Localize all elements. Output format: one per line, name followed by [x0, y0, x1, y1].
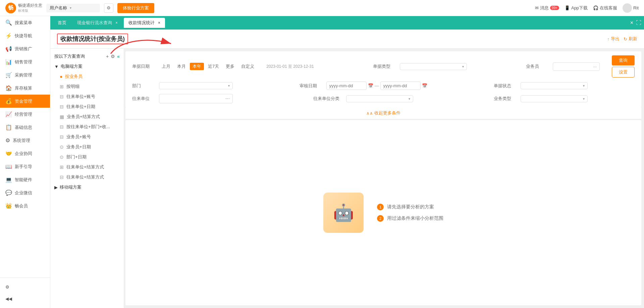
- sidebar-item-basic[interactable]: 📋 基础信息: [0, 121, 50, 134]
- tab-close-bank[interactable]: ×: [115, 20, 118, 25]
- scheme-add-button[interactable]: +: [106, 54, 109, 59]
- dept-select[interactable]: ▾: [159, 82, 233, 89]
- salesman-select[interactable]: ···: [553, 62, 600, 71]
- dept-chevron: ▾: [228, 84, 230, 88]
- date-tab-more[interactable]: 更多: [223, 63, 237, 70]
- scheme-item-label-0: 按业务员: [65, 73, 83, 80]
- logo-icon: 畅: [5, 3, 16, 13]
- sidebar-label-quicknav: 快捷导航: [15, 33, 32, 39]
- scheme-item-unit-payment1[interactable]: ⊞ 往来单位+结算方式: [50, 162, 124, 172]
- scheme-item-icon-2: ⊟: [60, 94, 64, 99]
- avatar: [623, 3, 632, 13]
- filter-row-1: 单据日期 上月 本月 本年 近7天 更多 自定义 2023-01-01: [132, 55, 635, 78]
- logo-text: 畅捷通好生意: [18, 3, 42, 8]
- scheme-item-label-3: 往来单位+日期: [66, 104, 95, 110]
- sidebar-label-inventory: 库存核算: [15, 85, 32, 91]
- scheme-item-salesman-payment[interactable]: ▦ 业务员+结算方式: [50, 112, 124, 122]
- sidebar-item-hardware[interactable]: 💻 智能硬件: [0, 173, 50, 186]
- salesman-more-dots[interactable]: ···: [593, 64, 597, 69]
- sidebar-item-search[interactable]: 🔍 搜索菜单: [0, 16, 50, 29]
- sidebar-item-sales[interactable]: 📊 销售管理: [0, 55, 50, 68]
- sidebar-item-quicknav[interactable]: ⚡ 快捷导航: [0, 29, 50, 42]
- download-icon: 📱: [565, 5, 570, 10]
- settings-button[interactable]: ⚙: [104, 3, 113, 13]
- refresh-button[interactable]: ↻ 刷新: [624, 36, 637, 42]
- scheme-setting-button[interactable]: ⚙: [111, 54, 115, 59]
- business-type-select[interactable]: ▾: [521, 95, 588, 102]
- calendar-to-icon[interactable]: 📅: [422, 83, 427, 88]
- tab-bank-flow[interactable]: 现金银行流水查询 ×: [72, 18, 122, 28]
- date-tab-this-month[interactable]: 本月: [174, 63, 189, 70]
- breadcrumb[interactable]: 用户名称 ▾: [46, 4, 100, 12]
- scheme-group-mobile[interactable]: ▶ 移动端方案: [50, 182, 124, 192]
- scheme-item-label-5: 按往来单位+部门+收...: [66, 124, 110, 130]
- scheme-item-by-salesman[interactable]: ● 按业务员: [50, 71, 124, 82]
- sidebar-item-guide[interactable]: 📖 新手引导: [0, 160, 50, 173]
- system-icon: ⚙: [5, 137, 10, 144]
- sidebar-settings-btn[interactable]: ⚙: [0, 281, 50, 293]
- scheme-collapse-button[interactable]: «: [117, 54, 120, 59]
- calendar-from-icon[interactable]: 📅: [368, 83, 373, 88]
- tab-close-receipt[interactable]: ×: [158, 20, 160, 25]
- sidebar-label-hardware: 智能硬件: [15, 177, 32, 183]
- scheme-item-salesman-account[interactable]: ⊟ 业务员+账号: [50, 132, 124, 142]
- empty-step-1: 1 请先选择要分析的方案: [377, 204, 443, 210]
- date-tab-7days[interactable]: 近7天: [205, 63, 222, 70]
- sidebar-label-purchase: 采购管理: [15, 72, 32, 78]
- set-button[interactable]: 设置: [612, 67, 635, 78]
- scheme-item-dept-date[interactable]: ⊙ 部门+日期: [50, 152, 124, 162]
- funds-icon: 💰: [5, 98, 12, 104]
- scheme-group-desktop[interactable]: ▼ 电脑端方案: [50, 61, 124, 71]
- trial-button[interactable]: 体验行业方案: [117, 3, 154, 13]
- voucher-status-select[interactable]: ▾: [521, 82, 588, 89]
- tab-maximize-icon[interactable]: ⛶: [636, 20, 641, 26]
- filter-panel: 单据日期 上月 本月 本年 近7天 更多 自定义 2023-01-01: [125, 51, 641, 107]
- message-button[interactable]: ✉ 消息 99+: [535, 5, 559, 11]
- search-icon: 🔍: [5, 19, 12, 26]
- tab-close-all-icon[interactable]: ×: [630, 20, 633, 26]
- purchase-icon: 🛒: [5, 72, 12, 78]
- scheme-item-unit-account[interactable]: ⊟ 往来单位+账号: [50, 92, 124, 102]
- app-download-button[interactable]: 📱 App下载: [565, 5, 588, 11]
- chevron-down-icon: ▾: [70, 6, 71, 10]
- counterpart-more-dots[interactable]: ···: [225, 96, 230, 102]
- sidebar-item-marketing[interactable]: 📢 营销推广: [0, 42, 50, 55]
- date-tab-custom[interactable]: 自定义: [238, 63, 257, 70]
- tab-receipt-stats[interactable]: 收款情况统计 ×: [124, 18, 165, 28]
- user-area[interactable]: Rit: [623, 3, 639, 13]
- scheme-item-by-detail[interactable]: ⊞ 按明细: [50, 82, 124, 92]
- sidebar-item-collab[interactable]: 🤝 企业协同: [0, 147, 50, 160]
- sidebar-label-funds: 资金管理: [15, 98, 32, 104]
- sidebar-item-inventory[interactable]: 🏠 库存核算: [0, 82, 50, 95]
- voucher-type-select[interactable]: ▾: [400, 63, 467, 70]
- scheme-item-salesman-date[interactable]: ⊙ 业务员+日期: [50, 142, 124, 152]
- online-service-button[interactable]: 🎧 在线客服: [593, 5, 617, 11]
- scheme-header-label: 按以下方案查询: [54, 53, 85, 59]
- collapse-bar[interactable]: ∧∧ 收起更多条件: [125, 107, 641, 119]
- date-tab-this-year[interactable]: 本年: [190, 63, 204, 70]
- counterpart-category-select[interactable]: ▾: [346, 95, 413, 102]
- export-button[interactable]: ↑ 导出: [607, 36, 620, 42]
- scheme-item-label-4: 业务员+结算方式: [67, 114, 100, 120]
- audit-date-from[interactable]: [326, 82, 367, 90]
- audit-date-to[interactable]: [380, 82, 421, 90]
- sidebar-item-operations[interactable]: 📈 经营管理: [0, 108, 50, 121]
- date-tab-last-month[interactable]: 上月: [159, 63, 173, 70]
- sidebar-item-funds[interactable]: 💰 资金管理: [0, 95, 50, 108]
- scheme-item-unit-date[interactable]: ⊟ 往来单位+日期: [50, 102, 124, 112]
- refresh-icon: ↻: [624, 37, 627, 42]
- filter-content-area: 单据日期 上月 本月 本年 近7天 更多 自定义 2023-01-01: [124, 49, 644, 308]
- query-button[interactable]: 查询: [612, 55, 635, 65]
- tab-home[interactable]: 首页: [53, 18, 71, 28]
- counterpart-select[interactable]: ···: [159, 94, 233, 103]
- sidebar-item-purchase[interactable]: 🛒 采购管理: [0, 68, 50, 82]
- sidebar-label-collab: 企业协同: [15, 151, 32, 157]
- sidebar-collapse-btn[interactable]: ◀◀: [0, 293, 50, 305]
- step-num-1: 1: [377, 204, 384, 210]
- scheme-item-unit-dept[interactable]: ⊟ 按往来单位+部门+收...: [50, 122, 124, 132]
- sidebar-item-system[interactable]: ⚙ 系统管理: [0, 134, 50, 147]
- sidebar-item-wechat[interactable]: 💬 企业微信: [0, 186, 50, 199]
- sidebar-item-member[interactable]: 👑 畅会员: [0, 199, 50, 212]
- category-chevron: ▾: [409, 97, 410, 101]
- scheme-item-unit-payment2[interactable]: ⊟ 往来单位+结算方式: [50, 172, 124, 182]
